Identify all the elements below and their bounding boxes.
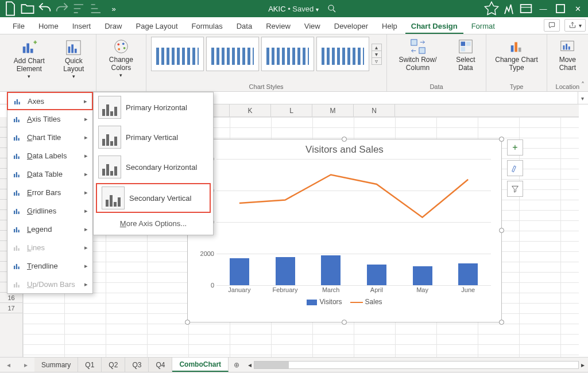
new-file-icon[interactable] (2, 2, 18, 15)
open-file-icon[interactable] (20, 2, 36, 15)
column-header[interactable]: L (271, 104, 312, 116)
embedded-chart[interactable]: + Visitors and Sales 02000400060008000 J… (187, 139, 502, 323)
ribbon-tab-format[interactable]: Format (466, 19, 501, 34)
resize-handle[interactable] (342, 320, 347, 325)
ai-assist-icon[interactable] (501, 2, 517, 15)
sheet-tab-combochart[interactable]: ComboChart (172, 358, 229, 372)
menu-item-axes[interactable]: Axes▸ (7, 92, 93, 110)
menu-item-chart-title[interactable]: Chart Title▸ (7, 128, 92, 146)
redo-icon[interactable] (54, 2, 70, 15)
row-header[interactable]: 16 (0, 293, 22, 303)
chart-style-thumb[interactable] (261, 37, 314, 71)
ribbon-tab-data[interactable]: Data (231, 19, 258, 34)
ribbon-tab-help[interactable]: Help (376, 19, 403, 34)
y-tick-label: 0 (191, 282, 214, 289)
submenu-item-secondary-vertical[interactable]: Secondary Vertical (96, 183, 211, 213)
svg-rect-43 (14, 192, 15, 196)
comments-button[interactable] (544, 19, 560, 32)
new-sheet-button[interactable]: ⊕ (229, 358, 245, 372)
search-icon[interactable] (327, 3, 337, 14)
close-button[interactable]: ✕ (570, 2, 586, 15)
ribbon-tab-home[interactable]: Home (33, 19, 64, 34)
legend-swatch-icon (307, 300, 317, 305)
ribbon-tab-developer[interactable]: Developer (328, 19, 374, 34)
sort-desc-icon[interactable] (88, 2, 105, 15)
more-axis-options[interactable]: More Axis Options... (94, 214, 213, 232)
sort-asc-icon[interactable] (71, 2, 87, 15)
ribbon-tab-draw[interactable]: Draw (99, 19, 127, 34)
share-button[interactable]: ▾ (564, 19, 586, 32)
premium-icon[interactable] (483, 2, 500, 15)
column-header[interactable]: N (354, 104, 395, 116)
svg-rect-52 (14, 247, 15, 251)
group-label: Type (510, 83, 524, 90)
chart-elements-button[interactable]: + (507, 139, 523, 156)
column-header[interactable]: K (230, 104, 271, 116)
menu-item-axis-titles[interactable]: Axis Titles▸ (7, 110, 92, 128)
svg-rect-2 (556, 5, 564, 13)
move-chart-button[interactable]: Move Chart (552, 37, 583, 73)
ribbon-tab-view[interactable]: View (299, 19, 326, 34)
menu-item-error-bars[interactable]: Error Bars▸ (7, 183, 92, 201)
submenu-item-primary-horizontal[interactable]: Primary Horizontal (94, 92, 213, 122)
svg-rect-18 (461, 42, 466, 46)
resize-handle[interactable] (499, 320, 504, 325)
ribbon-tab-formulas[interactable]: Formulas (186, 19, 229, 34)
svg-rect-50 (16, 227, 17, 232)
menu-item-trendline[interactable]: Trendline▸ (7, 257, 92, 275)
ribbon-tab-page-layout[interactable]: Page Layout (130, 19, 184, 34)
menu-item-legend[interactable]: Legend▸ (7, 220, 92, 238)
chart-styles-gallery[interactable]: ▴▾▿ (151, 37, 382, 71)
ribbon-tab-insert[interactable]: Insert (67, 19, 97, 34)
x-tick-label: April (354, 286, 400, 293)
menu-item-gridlines[interactable]: Gridlines▸ (7, 201, 92, 220)
chart-styles-button[interactable] (507, 160, 523, 176)
ribbon-tab-review[interactable]: Review (260, 19, 296, 34)
ribbon-tab-file[interactable]: File (7, 19, 30, 34)
undo-icon[interactable] (37, 2, 53, 15)
chart-style-thumb[interactable] (151, 37, 204, 71)
submenu-item-secondary-horizontal[interactable]: Secondary Horizontal (94, 152, 213, 182)
switch-row-column-button[interactable]: Switch Row/ Column (392, 37, 444, 73)
svg-rect-33 (18, 120, 20, 123)
maximize-button[interactable] (552, 2, 568, 15)
change-chart-type-button[interactable]: Change Chart Type (491, 37, 541, 73)
chart-title[interactable]: Visitors and Sales (188, 139, 501, 157)
resize-handle[interactable] (185, 320, 190, 325)
menu-item-data-labels[interactable]: Data Labels▸ (7, 146, 92, 165)
formula-expand-icon[interactable]: ▾ (578, 92, 587, 104)
submenu-item-primary-vertical[interactable]: Primary Vertical (94, 122, 213, 152)
change-colors-button[interactable]: Change Colors▾ (101, 37, 141, 79)
column-header[interactable]: M (312, 104, 354, 116)
select-data-button[interactable]: Select Data (450, 37, 481, 73)
axes-submenu: Primary HorizontalPrimary VerticalSecond… (93, 92, 214, 235)
chart-style-thumb[interactable] (206, 37, 259, 71)
qat-overflow-icon[interactable]: » (106, 2, 122, 15)
horizontal-scrollbar[interactable]: ◂▸ (245, 358, 588, 372)
resize-handle[interactable] (499, 137, 504, 142)
y-tick-label: 2000 (191, 250, 214, 257)
chart-filters-button[interactable] (507, 181, 523, 197)
minimize-button[interactable]: — (535, 2, 551, 15)
menu-item-data-table[interactable]: Data Table▸ (7, 165, 92, 183)
legend-line-icon (350, 302, 363, 303)
resize-handle[interactable] (499, 228, 504, 233)
sheet-nav[interactable]: ◂▸ (0, 358, 34, 372)
quick-layout-button[interactable]: Quick Layout▾ (56, 38, 92, 80)
sheet-tab-q1[interactable]: Q1 (78, 358, 102, 372)
svg-rect-41 (16, 172, 17, 177)
sheet-tab-q4[interactable]: Q4 (149, 358, 172, 372)
add-chart-element-button[interactable]: Add Chart Element▾ (5, 38, 54, 80)
sheet-tab-q3[interactable]: Q3 (125, 358, 149, 372)
ribbon-mode-icon[interactable] (518, 2, 534, 15)
gallery-scroll[interactable]: ▴▾▿ (372, 44, 382, 65)
ribbon-tab-chart-design[interactable]: Chart Design (405, 19, 463, 34)
chart-style-thumb[interactable] (316, 37, 369, 71)
chart-legend[interactable]: Visitors Sales (188, 298, 501, 306)
sheet-tab-summary[interactable]: Summary (34, 358, 78, 372)
sheet-tab-q2[interactable]: Q2 (102, 358, 125, 372)
collapse-ribbon-icon[interactable]: ˄ (581, 81, 585, 89)
plot-area[interactable]: 02000400060008000 (216, 159, 491, 285)
row-header[interactable]: 17 (0, 303, 22, 313)
resize-handle[interactable] (342, 137, 347, 142)
